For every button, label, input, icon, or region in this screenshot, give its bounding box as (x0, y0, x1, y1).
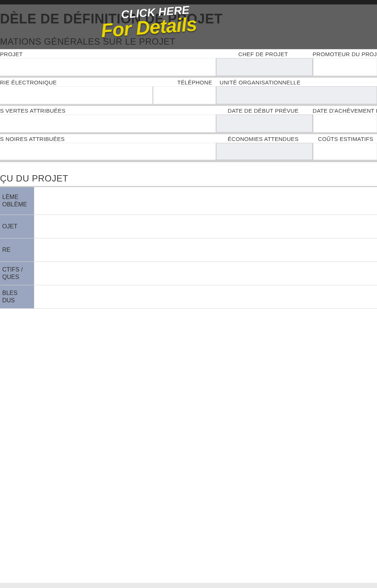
label-row-3: S VERTES ATTRIBUÉES DATE DE DÉBUT PRÉVUE… (0, 106, 377, 115)
input-expected-savings[interactable] (216, 143, 313, 160)
input-row-1 (0, 58, 377, 77)
label-green-belts: S VERTES ATTRIBUÉES (0, 106, 216, 115)
ov-input-metrics[interactable] (34, 262, 377, 285)
ov-row-re: RE (0, 238, 377, 262)
input-email[interactable] (0, 86, 153, 104)
ov-row-metrics: CTIFS / QUES (0, 262, 377, 285)
input-black-belts[interactable] (0, 143, 216, 160)
label-project-sponsor: PROMOTEUR DU PROJET (313, 49, 377, 58)
banner: DÈLE DE DÉFINITION DE PROJET MATIONS GÉN… (0, 0, 377, 49)
label-start-date: DATE DE DÉBUT PRÉVUE (216, 106, 313, 115)
input-row-2 (0, 86, 377, 106)
input-end-date[interactable] (313, 115, 377, 132)
input-phone[interactable] (153, 86, 216, 104)
label-expected-savings: ÉCONOMIES ATTENDUES (216, 134, 313, 143)
input-org-unit[interactable] (216, 86, 377, 104)
ov-label-metrics: CTIFS / QUES (0, 262, 34, 285)
label-phone: TÉLÉPHONE (153, 78, 216, 86)
project-overview-table: LÈME OBLÈME OJET RE CTIFS / QUES BLES DU… (0, 186, 377, 309)
ov-label-project: OJET (0, 215, 34, 238)
ov-label-project-l1: OJET (2, 223, 32, 230)
ov-label-metrics-l2: QUES (2, 273, 32, 281)
input-project-sponsor[interactable] (313, 58, 377, 76)
ov-input-deliver[interactable] (34, 285, 377, 308)
ov-label-metrics-l1: CTIFS / (2, 266, 32, 273)
label-row-1: PROJET CHEF DE PROJET PROMOTEUR DU PROJE… (0, 49, 377, 58)
ov-input-re[interactable] (34, 238, 377, 261)
ov-label-re-l1: RE (2, 246, 32, 254)
ov-label-problem-l1: LÈME (2, 193, 32, 201)
ov-label-deliver-l2: DUS (2, 297, 32, 304)
label-black-belts: S NOIRES ATTRIBUÉES (0, 134, 216, 143)
ov-label-problem-l2: OBLÈME (2, 201, 32, 208)
ov-row-problem: LÈME OBLÈME (0, 187, 377, 215)
ov-label-re: RE (0, 238, 34, 261)
ov-label-deliver: BLES DUS (0, 285, 34, 308)
label-estimated-costs: COÛTS ESTIMATIFS (313, 134, 377, 143)
label-email: RIE ÉLECTRONIQUE (0, 78, 153, 86)
input-row-4 (0, 143, 377, 162)
label-end-date: DATE D'ACHÈVEMENT PRÉVUE (313, 106, 377, 115)
label-org-unit: UNITÉ ORGANISATIONNELLE (216, 78, 377, 86)
label-project: PROJET (0, 49, 216, 58)
ov-input-project[interactable] (34, 215, 377, 238)
label-project-manager: CHEF DE PROJET (216, 49, 313, 58)
ov-label-problem: LÈME OBLÈME (0, 187, 34, 215)
ov-label-deliver-l1: BLES (2, 289, 32, 297)
footer-bar (0, 583, 377, 588)
input-row-3 (0, 115, 377, 134)
ov-row-deliver: BLES DUS (0, 285, 377, 309)
input-start-date[interactable] (216, 115, 313, 132)
project-info-form: PROJET CHEF DE PROJET PROMOTEUR DU PROJE… (0, 49, 377, 162)
ov-input-problem[interactable] (34, 187, 377, 215)
label-row-2: RIE ÉLECTRONIQUE TÉLÉPHONE UNITÉ ORGANIS… (0, 77, 377, 86)
input-estimated-costs[interactable] (313, 143, 377, 160)
input-project[interactable] (0, 58, 216, 76)
label-row-4: S NOIRES ATTRIBUÉES ÉCONOMIES ATTENDUES … (0, 134, 377, 143)
input-green-belts[interactable] (0, 115, 216, 132)
section2-title: ÇU DU PROJET (0, 162, 377, 186)
ov-row-project: OJET (0, 215, 377, 238)
input-project-manager[interactable] (216, 58, 313, 76)
cta-overlay[interactable]: CLICK HERE For Details (114, 4, 197, 39)
